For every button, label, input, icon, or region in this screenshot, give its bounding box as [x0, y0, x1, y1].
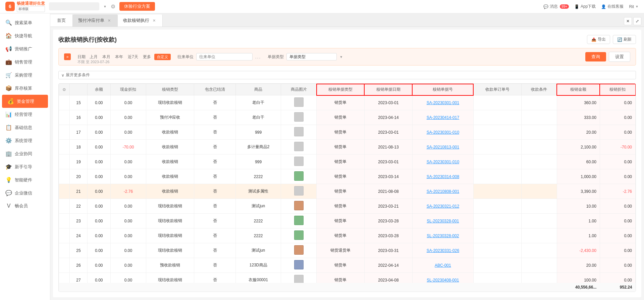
edition-tag: 标准版	[17, 6, 45, 12]
query-btn[interactable]: 查询	[585, 52, 606, 61]
wechat-icon: 💬	[5, 190, 12, 196]
table-container[interactable]: ⚙ 余额 现金折扣 核销类型 包含已结清 商品 商品图片 核销单据类型 核销单据…	[58, 83, 636, 292]
system-icon: ⚙️	[5, 137, 12, 144]
cell-order-no	[473, 199, 521, 214]
cell-bill-no[interactable]: SA-20230301-010	[412, 155, 473, 169]
sidebar-item-newbie[interactable]: 🎓 新手引导	[0, 160, 50, 173]
col-bill-date: 核销单据日期	[364, 84, 412, 95]
cell-bill-no[interactable]: SA-20230301-001	[412, 95, 473, 110]
cell-settings[interactable]	[59, 228, 70, 243]
sidebar-item-marketing[interactable]: 📢 营销推广	[0, 42, 50, 55]
expand-conditions-btn[interactable]: ∨ 展开更多条件	[58, 71, 636, 79]
cell-cancel-amount: 1.00	[557, 228, 600, 243]
cell-settings[interactable]	[59, 199, 70, 214]
sidebar-item-quick-nav[interactable]: 🏠 快捷导航	[0, 29, 50, 42]
tab-close-btn[interactable]: ✕	[624, 17, 632, 25]
cell-settings[interactable]	[59, 140, 70, 155]
cell-bill-no[interactable]: ABC-001	[412, 258, 473, 273]
footer-empty	[59, 283, 557, 292]
date-opt-7days[interactable]: 近7天	[126, 53, 140, 60]
refresh-btn[interactable]: 🔄 刷新	[613, 35, 636, 44]
cell-settings[interactable]	[59, 155, 70, 169]
tab-home[interactable]: 首页	[50, 14, 73, 27]
date-opt-more[interactable]: 更多	[142, 53, 152, 60]
sidebar-item-newbie-label: 新手引导	[15, 164, 32, 170]
cell-cancel-discount: 0.00	[600, 228, 635, 243]
tab-receive[interactable]: 收款核销执行 ✕	[118, 14, 163, 27]
solution-btn[interactable]: 休验行业方案	[119, 2, 155, 11]
cell-pay-condition	[521, 155, 557, 169]
cell-bill-no[interactable]: SA-20230314-008	[412, 169, 473, 184]
export-btn[interactable]: 📤 导出	[587, 35, 610, 44]
cell-bill-no[interactable]: SL-20230328-001	[412, 214, 473, 228]
tab-prepay-close[interactable]: ✕	[106, 18, 112, 24]
cell-included: 否	[194, 155, 235, 169]
cell-settings[interactable]	[59, 95, 70, 110]
message-btn[interactable]: 💬 消息 99+	[543, 4, 569, 9]
cell-balance: 0.00	[87, 184, 110, 199]
sidebar-item-wechat[interactable]: 💬 企业微信	[0, 186, 50, 200]
cell-bill-no[interactable]: SA-20230414-017	[412, 110, 473, 125]
cell-bill-no[interactable]: SA-20230331-026	[412, 243, 473, 258]
cell-bill-no[interactable]: SL-20230328-002	[412, 228, 473, 243]
col-settings[interactable]: ⚙	[59, 84, 70, 95]
sidebar-item-hardware[interactable]: 💡 智能硬件	[0, 173, 50, 186]
partner-input[interactable]	[196, 53, 253, 60]
cell-settings[interactable]	[59, 110, 70, 125]
tab-expand-btn[interactable]: ⤢	[633, 17, 641, 25]
cell-cancel-amount: -2,430.00	[557, 243, 600, 258]
cell-settings[interactable]	[59, 214, 70, 228]
user-name-btn[interactable]: Rit ▼	[629, 4, 639, 9]
app-download-btn[interactable]: 📱 App下载	[574, 4, 596, 9]
sidebar-item-inventory[interactable]: 📦 库存核算	[0, 82, 50, 95]
cell-settings[interactable]	[59, 125, 70, 140]
sidebar-item-purchase[interactable]: 🛒 采购管理	[0, 69, 50, 82]
table-header-row: ⚙ 余额 现金折扣 核销类型 包含已结清 商品 商品图片 核销单据类型 核销单据…	[59, 84, 636, 95]
app-icon: 📱	[574, 4, 579, 9]
cell-cancel-type: 收款核销	[146, 125, 194, 140]
tab-receive-close[interactable]: ✕	[151, 18, 157, 24]
bill-type-select[interactable]: 单据类型	[286, 53, 337, 60]
online-service-btn[interactable]: 👤 在线客服	[601, 4, 624, 9]
settings-icon[interactable]: ⚙	[111, 3, 115, 10]
sidebar-item-corp[interactable]: 🏢 企业协同	[0, 147, 50, 160]
cell-bill-no[interactable]: SA-20230301-010	[412, 125, 473, 140]
sidebar-item-member[interactable]: V 畅会员	[0, 200, 50, 212]
dropdown-arrow[interactable]: ▼	[103, 5, 107, 8]
date-opt-this-year[interactable]: 本年	[114, 53, 124, 60]
cell-settings[interactable]	[59, 243, 70, 258]
tab-home-label: 首页	[57, 17, 66, 24]
cell-settings[interactable]	[59, 258, 70, 273]
cell-settings[interactable]	[59, 184, 70, 199]
sidebar-item-search[interactable]: 🔍 搜索菜单	[0, 16, 50, 29]
cell-cancel-amount: 20.00	[557, 258, 600, 273]
cell-order-no	[473, 140, 521, 155]
tab-bar-actions: ✕ ⤢	[624, 17, 641, 25]
cell-cash-discount: 0.00	[110, 199, 146, 214]
cell-cash-discount: -70.00	[110, 140, 146, 155]
sidebar-item-system[interactable]: ⚙️ 系统管理	[0, 134, 50, 147]
filter-settings-btn[interactable]: 设置	[609, 52, 630, 62]
cell-cancel-discount: 0.00	[600, 95, 635, 110]
message-badge: 99+	[560, 4, 569, 9]
sidebar-item-basic[interactable]: 📋 基础信息	[0, 121, 50, 134]
tab-prepay[interactable]: 预付冲应付单 ✕	[73, 14, 118, 27]
main-table: ⚙ 余额 现金折扣 核销类型 包含已结清 商品 商品图片 核销单据类型 核销单据…	[59, 84, 636, 292]
cell-included: 否	[194, 125, 235, 140]
top-bar-left: 6 畅捷通谱好生意 标准版 ▼ ⚙ 休验行业方案	[5, 1, 155, 12]
orange-arrow-btn[interactable]: »	[64, 53, 71, 60]
tab-prepay-label: 预付冲应付单	[78, 17, 104, 24]
cell-bill-no[interactable]: SA-20210813-001	[412, 140, 473, 155]
custom-date-btn[interactable]: 自定义	[154, 54, 171, 60]
sidebar-item-finance[interactable]: 💰 资金管理	[2, 95, 48, 108]
cell-bill-no[interactable]: SA-20230321-012	[412, 199, 473, 214]
sidebar-item-sales[interactable]: 💼 销售管理	[0, 55, 50, 69]
cell-bill-type: 销货单	[317, 184, 365, 199]
search-box[interactable]	[49, 2, 99, 10]
cell-bill-no[interactable]: SA-20210808-001	[412, 184, 473, 199]
cell-settings[interactable]	[59, 169, 70, 184]
refresh-label: 刷新	[624, 37, 632, 42]
cell-bill-type: 销货单	[317, 258, 365, 273]
sidebar-item-business[interactable]: 📊 经营管理	[0, 108, 50, 121]
cell-cash-discount: 0.00	[110, 110, 146, 125]
